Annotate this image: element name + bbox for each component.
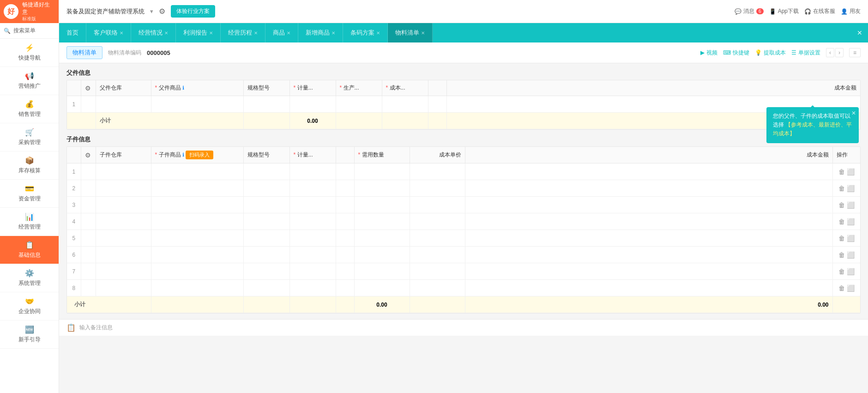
sidebar-item-collab[interactable]: 🤝 企业协同 xyxy=(0,292,59,320)
th-settings[interactable]: ⚙ xyxy=(81,80,96,96)
delete-icon[interactable]: 🗑 xyxy=(838,168,845,175)
sidebar-item-operations[interactable]: 📊 经营管理 xyxy=(0,208,59,236)
dropdown-icon[interactable]: ▾ xyxy=(150,8,153,15)
child-row-unit-price-7[interactable] xyxy=(410,263,465,280)
child-row-unit-price-3[interactable] xyxy=(410,197,465,213)
child-row-product-7[interactable] xyxy=(151,263,243,280)
child-row-product-2[interactable] xyxy=(151,180,243,197)
child-row-warehouse-5[interactable] xyxy=(96,230,151,247)
child-row-spec-5[interactable] xyxy=(243,230,289,247)
tab-goods[interactable]: 商品 ✕ xyxy=(265,23,298,42)
copy-icon[interactable]: ⬜ xyxy=(847,235,855,242)
gear-icon[interactable]: ⚙ xyxy=(159,7,165,16)
child-row-unit-7[interactable] xyxy=(289,263,336,280)
row-cost-1[interactable] xyxy=(382,96,428,113)
view-action[interactable]: ▶ 视频 xyxy=(700,49,717,57)
child-row-warehouse-6[interactable] xyxy=(96,247,151,263)
child-row-warehouse-7[interactable] xyxy=(96,263,151,280)
child-row-spec-1[interactable] xyxy=(243,163,289,180)
tab-new-goods[interactable]: 新增商品 ✕ xyxy=(298,23,343,42)
child-row-product-6[interactable] xyxy=(151,247,243,263)
online-service-btn[interactable]: 🎧 在线客服 xyxy=(804,7,835,15)
child-row-unit-price-8[interactable] xyxy=(410,280,465,296)
child-row-unit-8[interactable] xyxy=(289,280,336,296)
single-settings-action[interactable]: ☰ 单据设置 xyxy=(791,49,820,57)
copy-icon[interactable]: ⬜ xyxy=(847,201,855,209)
tab-history-close[interactable]: ✕ xyxy=(254,30,258,36)
delete-icon[interactable]: 🗑 xyxy=(838,185,845,192)
child-row-quantity-6[interactable] xyxy=(354,247,410,263)
tab-barcode[interactable]: 条码方案 ✕ xyxy=(343,23,388,42)
child-row-quantity-4[interactable] xyxy=(354,213,410,230)
tab-new-goods-close[interactable]: ✕ xyxy=(332,30,335,36)
delete-icon[interactable]: 🗑 xyxy=(838,218,845,225)
next-arrow[interactable]: › xyxy=(835,48,844,57)
copy-icon[interactable]: ⬜ xyxy=(847,185,855,192)
page-tab-bom[interactable]: 物料清单 xyxy=(66,46,102,59)
child-row-quantity-8[interactable] xyxy=(354,280,410,296)
delete-icon[interactable]: 🗑 xyxy=(838,201,845,209)
sidebar-item-basic-info[interactable]: 📋 基础信息 xyxy=(0,236,59,264)
sidebar-item-system[interactable]: ⚙️ 系统管理 xyxy=(0,264,59,292)
child-row-product-1[interactable] xyxy=(151,163,243,180)
child-row-spec-6[interactable] xyxy=(243,247,289,263)
row-spec-1[interactable] xyxy=(243,96,289,113)
tooltip-close-btn[interactable]: ✕ xyxy=(851,109,856,118)
child-row-unit-price-6[interactable] xyxy=(410,247,465,263)
copy-icon[interactable]: ⬜ xyxy=(847,284,855,292)
row-production-1[interactable] xyxy=(336,96,382,113)
tab-home[interactable]: 首页 xyxy=(59,23,86,42)
child-row-unit-2[interactable] xyxy=(289,180,336,197)
tab-customer-close[interactable]: ✕ xyxy=(120,30,123,36)
tab-customer[interactable]: 客户联络 ✕ xyxy=(86,23,131,42)
child-row-spec-8[interactable] xyxy=(243,280,289,296)
sidebar-item-sales[interactable]: 💰 销售管理 xyxy=(0,95,59,123)
child-row-spec-3[interactable] xyxy=(243,197,289,213)
child-row-product-4[interactable] xyxy=(151,213,243,230)
row-product-1[interactable] xyxy=(151,96,243,113)
delete-icon[interactable]: 🗑 xyxy=(838,284,845,292)
child-row-unit-price-1[interactable] xyxy=(410,163,465,180)
child-row-unit-price-2[interactable] xyxy=(410,180,465,197)
trial-button[interactable]: 体验行业方案 xyxy=(171,5,215,18)
child-row-quantity-2[interactable] xyxy=(354,180,410,197)
child-row-unit-6[interactable] xyxy=(289,247,336,263)
child-row-unit-3[interactable] xyxy=(289,197,336,213)
child-row-spec-7[interactable] xyxy=(243,263,289,280)
child-row-warehouse-4[interactable] xyxy=(96,213,151,230)
child-row-quantity-1[interactable] xyxy=(354,163,410,180)
child-row-unit-price-5[interactable] xyxy=(410,230,465,247)
extract-cost-action[interactable]: 💡 提取成本 xyxy=(755,49,786,57)
child-row-product-5[interactable] xyxy=(151,230,243,247)
message-btn[interactable]: 💬 消息 6 xyxy=(735,7,764,15)
child-row-product-3[interactable] xyxy=(151,197,243,213)
delete-icon[interactable]: 🗑 xyxy=(838,235,845,242)
scan-button[interactable]: 扫码录入 xyxy=(186,151,213,159)
child-row-warehouse-3[interactable] xyxy=(96,197,151,213)
copy-icon[interactable]: ⬜ xyxy=(847,218,855,225)
tab-profit-close[interactable]: ✕ xyxy=(209,30,213,36)
copy-icon[interactable]: ⬜ xyxy=(847,251,855,259)
child-row-warehouse-8[interactable] xyxy=(96,280,151,296)
sidebar-item-inventory[interactable]: 📦 库存核算 xyxy=(0,151,59,180)
row-warehouse-1[interactable] xyxy=(96,96,151,113)
sidebar-item-marketing[interactable]: 📢 营销推广 xyxy=(0,67,59,95)
tab-bom-close[interactable]: ✕ xyxy=(421,30,425,36)
app-download-btn[interactable]: 📱 App下载 xyxy=(769,7,799,15)
child-row-product-8[interactable] xyxy=(151,280,243,296)
child-row-spec-2[interactable] xyxy=(243,180,289,197)
row-unit-1[interactable] xyxy=(289,96,336,113)
sidebar-item-purchase[interactable]: 🛒 采购管理 xyxy=(0,123,59,151)
child-row-unit-4[interactable] xyxy=(289,213,336,230)
child-row-warehouse-2[interactable] xyxy=(96,180,151,197)
child-row-quantity-3[interactable] xyxy=(354,197,410,213)
user-btn[interactable]: 👤 用友 xyxy=(841,7,861,15)
child-row-unit-price-4[interactable] xyxy=(410,213,465,230)
sidebar-item-quick-nav[interactable]: ⚡ 快捷导航 xyxy=(0,39,59,67)
sidebar-item-guide[interactable]: 🆕 新手引导 xyxy=(0,320,59,349)
tab-profit[interactable]: 利润报告 ✕ xyxy=(176,23,221,42)
tab-goods-close[interactable]: ✕ xyxy=(287,30,290,36)
tab-bom[interactable]: 物料清单 ✕ xyxy=(388,23,433,42)
tab-operations-close[interactable]: ✕ xyxy=(164,30,168,36)
child-row-quantity-7[interactable] xyxy=(354,263,410,280)
